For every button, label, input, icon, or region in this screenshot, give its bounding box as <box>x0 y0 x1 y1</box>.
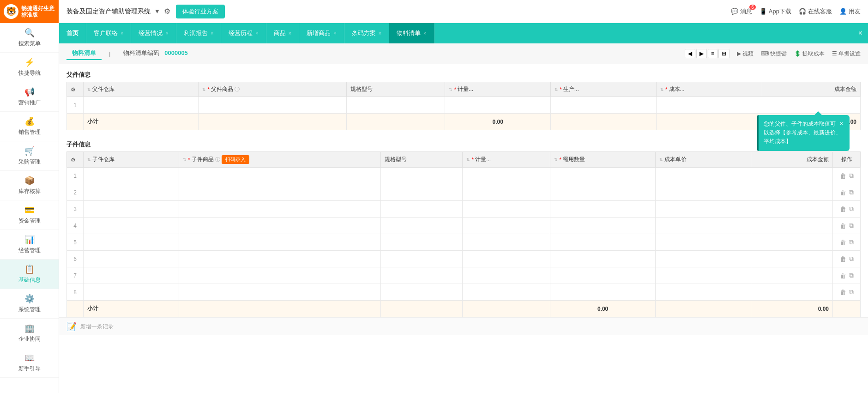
message-action[interactable]: 💬 消息 6 <box>731 7 752 16</box>
close-barcode-icon[interactable]: × <box>379 30 381 36</box>
delete-row-icon-5[interactable]: 🗑 <box>840 239 846 246</box>
sub-tab-bom-code[interactable]: 物料清单编码 0000005 <box>118 47 193 60</box>
sidebar-item-operations[interactable]: 📊 经营管理 <box>0 230 59 260</box>
goods-help-icon[interactable]: ⓘ <box>235 86 240 93</box>
nav-menu-button[interactable]: ≡ <box>708 49 717 58</box>
nav-prev-button[interactable]: ◀ <box>685 49 695 58</box>
copy-row-icon-8[interactable]: ⧉ <box>849 288 854 296</box>
child-cell-qty-1[interactable] <box>463 168 550 184</box>
child-cell-goods-3[interactable] <box>179 201 381 218</box>
child-cell-costprice-6[interactable] <box>656 251 751 267</box>
sidebar-item-enterprise[interactable]: 🏢 企业协同 <box>0 319 59 348</box>
close-operations-icon[interactable]: × <box>165 30 168 36</box>
child-cell-spec-2[interactable] <box>381 184 463 201</box>
child-goods-help-icon[interactable]: ⓘ <box>215 156 220 163</box>
child-cell-goods-6[interactable] <box>179 251 381 267</box>
child-th-settings[interactable]: ⚙ <box>67 152 84 168</box>
online-service-action[interactable]: 🎧 在线客服 <box>799 7 832 16</box>
close-goods-icon[interactable]: × <box>289 30 291 36</box>
delete-row-icon-2[interactable]: 🗑 <box>840 189 846 196</box>
delete-row-icon-1[interactable]: 🗑 <box>840 172 846 180</box>
child-cell-spec-4[interactable] <box>381 218 463 234</box>
child-cell-qty-4[interactable] <box>463 218 550 234</box>
child-cell-qty-5[interactable] <box>463 234 550 251</box>
child-cell-costprice-4[interactable] <box>656 218 751 234</box>
sidebar-item-quicknav[interactable]: ⚡ 快捷导航 <box>0 53 59 82</box>
copy-row-icon-1[interactable]: ⧉ <box>849 172 854 180</box>
trial-button[interactable]: 体验行业方案 <box>176 5 225 18</box>
child-cell-needed-3[interactable] <box>550 201 656 218</box>
delete-row-icon-6[interactable]: 🗑 <box>840 255 846 263</box>
child-cell-warehouse-2[interactable] <box>84 184 179 201</box>
child-cell-warehouse-1[interactable] <box>84 168 179 184</box>
child-cell-needed-1[interactable] <box>550 168 656 184</box>
app-download-action[interactable]: 📱 App下载 <box>760 7 791 16</box>
child-cell-costprice-5[interactable] <box>656 234 751 251</box>
sidebar-item-search[interactable]: 🔍 搜索菜单 <box>0 23 59 53</box>
child-cell-goods-2[interactable] <box>179 184 381 201</box>
parent-cell-spec-1[interactable] <box>347 97 445 114</box>
parent-cell-prod-1[interactable] <box>551 97 657 114</box>
delete-row-icon-4[interactable]: 🗑 <box>840 222 846 230</box>
child-cell-costprice-7[interactable] <box>656 267 751 284</box>
close-bom-icon[interactable]: × <box>423 30 426 36</box>
parent-cell-cost-1[interactable] <box>656 97 762 114</box>
child-cell-costprice-2[interactable] <box>656 184 751 201</box>
child-cell-needed-6[interactable] <box>550 251 656 267</box>
add-row-icon[interactable]: 📝 <box>66 321 77 332</box>
sidebar-item-guide[interactable]: 📖 新手引导 <box>0 348 59 378</box>
sidebar-item-finance[interactable]: 💳 资金管理 <box>0 200 59 230</box>
close-history-icon[interactable]: × <box>255 30 258 36</box>
sidebar-item-basic[interactable]: 📋 基础信息 <box>0 260 59 289</box>
shortcut-action[interactable]: ⌨ 快捷键 <box>761 50 787 58</box>
scan-button[interactable]: 扫码录入 <box>222 155 249 164</box>
child-cell-warehouse-6[interactable] <box>84 251 179 267</box>
copy-row-icon-6[interactable]: ⧉ <box>849 255 854 263</box>
view-action[interactable]: ▶ 视频 <box>737 50 753 58</box>
close-new-goods-icon[interactable]: × <box>333 30 336 36</box>
dropdown-arrow-icon[interactable]: ▼ <box>154 8 160 15</box>
sidebar-item-sales[interactable]: 💰 销售管理 <box>0 112 59 141</box>
parent-cell-warehouse-1[interactable] <box>84 97 199 114</box>
close-customers-icon[interactable]: × <box>121 30 123 36</box>
child-cell-goods-7[interactable] <box>179 267 381 284</box>
copy-row-icon-2[interactable]: ⧉ <box>849 188 854 196</box>
child-cell-qty-8[interactable] <box>463 284 550 301</box>
sidebar-item-purchase[interactable]: 🛒 采购管理 <box>0 141 59 171</box>
delete-row-icon-7[interactable]: 🗑 <box>840 272 846 279</box>
copy-row-icon-5[interactable]: ⧉ <box>849 238 854 246</box>
tab-profit[interactable]: 利润报告 × <box>176 23 221 43</box>
delete-row-icon-3[interactable]: 🗑 <box>840 206 846 213</box>
parent-th-settings[interactable]: ⚙ <box>67 82 84 97</box>
close-all-tabs-button[interactable]: × <box>853 29 868 37</box>
child-cell-costprice-1[interactable] <box>656 168 751 184</box>
parent-cell-goods-1[interactable] <box>199 97 347 114</box>
tab-operations[interactable]: 经营情况 × <box>131 23 176 43</box>
child-cell-qty-6[interactable] <box>463 251 550 267</box>
copy-row-icon-4[interactable]: ⧉ <box>849 222 854 230</box>
child-cell-needed-2[interactable] <box>550 184 656 201</box>
child-cell-goods-4[interactable] <box>179 218 381 234</box>
close-profit-icon[interactable]: × <box>211 30 213 36</box>
tab-customers[interactable]: 客户联络 × <box>86 23 131 43</box>
child-cell-needed-4[interactable] <box>550 218 656 234</box>
child-cell-qty-3[interactable] <box>463 201 550 218</box>
sidebar-item-system[interactable]: ⚙️ 系统管理 <box>0 289 59 319</box>
child-cell-spec-3[interactable] <box>381 201 463 218</box>
child-cell-warehouse-5[interactable] <box>84 234 179 251</box>
child-cell-spec-7[interactable] <box>381 267 463 284</box>
nav-next-button[interactable]: ▶ <box>696 49 707 58</box>
sidebar-item-marketing[interactable]: 📢 营销推广 <box>0 82 59 112</box>
child-cell-warehouse-8[interactable] <box>84 284 179 301</box>
child-cell-goods-1[interactable] <box>179 168 381 184</box>
child-cell-needed-8[interactable] <box>550 284 656 301</box>
sidebar-item-inventory[interactable]: 📦 库存核算 <box>0 171 59 200</box>
copy-row-icon-7[interactable]: ⧉ <box>849 272 854 279</box>
child-cell-spec-6[interactable] <box>381 251 463 267</box>
child-cell-qty-7[interactable] <box>463 267 550 284</box>
settings-gear-icon[interactable]: ⚙ <box>164 7 170 16</box>
child-cell-spec-5[interactable] <box>381 234 463 251</box>
tooltip-close-button[interactable]: × <box>840 120 843 128</box>
child-cell-needed-5[interactable] <box>550 234 656 251</box>
tab-barcode[interactable]: 条码方案 × <box>344 23 389 43</box>
